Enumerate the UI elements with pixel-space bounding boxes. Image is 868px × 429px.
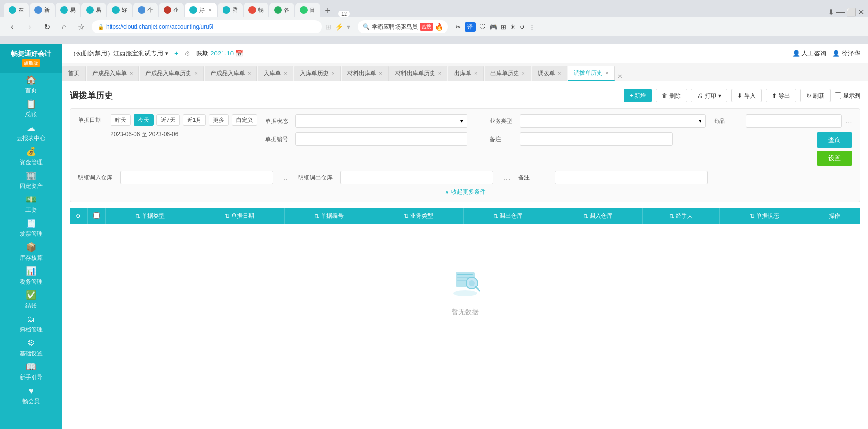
sidebar-item-vip[interactable]: ♥ 畅会员 [0, 384, 62, 407]
page-tab-close-11[interactable]: × [605, 70, 608, 76]
print-dropdown-icon[interactable]: ▾ [718, 92, 721, 99]
refresh-button[interactable]: ↻ [40, 20, 54, 33]
setting-button[interactable]: 设置 [817, 151, 852, 166]
page-tab-close-6[interactable]: × [379, 70, 382, 76]
page-tab-1[interactable]: 产成品入库单 × [87, 66, 139, 81]
sidebar-item-ledger[interactable]: 📋 总账 [0, 97, 62, 121]
business-type-select[interactable]: ▾ [520, 114, 706, 128]
export-button[interactable]: ⬆ 导出 [766, 89, 796, 102]
print-button[interactable]: 🖨 打印 ▾ [691, 89, 727, 102]
lightning-icon[interactable]: ⚡ [335, 23, 343, 31]
theme-icon[interactable]: ☀ [510, 23, 516, 31]
delete-button[interactable]: 🗑 删除 [656, 89, 687, 102]
sidebar-item-payroll[interactable]: 💵 工资 [0, 192, 62, 216]
browser-tab-5[interactable]: 好 [107, 3, 132, 17]
from-warehouse-more[interactable]: … [283, 173, 290, 182]
date-btn-1month[interactable]: 近1月 [183, 114, 206, 126]
new-button[interactable]: + 新增 [624, 89, 652, 102]
dropdown-icon[interactable]: ▾ [347, 23, 350, 31]
page-tab-close-1[interactable]: × [130, 70, 133, 76]
page-tab-7[interactable]: 材料出库单历史 × [389, 66, 447, 81]
page-tab-4[interactable]: 入库单 × [258, 66, 293, 81]
goods-more-icon[interactable]: … [846, 117, 852, 125]
browser-tab-12[interactable]: 目 [295, 3, 320, 17]
security-icon[interactable]: 🛡 [479, 23, 486, 31]
col-doc-status[interactable]: ⇅ 单据状态 [720, 208, 809, 224]
collapse-filter-button[interactable]: ∧ 收起更多条件 [78, 188, 852, 196]
col-handler[interactable]: ⇅ 经手人 [643, 208, 720, 224]
date-btn-7days[interactable]: 近7天 [156, 114, 180, 126]
downloads-icon[interactable]: ⬇ [828, 8, 834, 17]
browser-tab-11[interactable]: 各 [269, 3, 294, 17]
page-tab-9[interactable]: 出库单历史 × [485, 66, 531, 81]
back-button[interactable]: ‹ [6, 20, 19, 33]
page-tab-close-4[interactable]: × [284, 70, 287, 76]
sidebar-item-settings[interactable]: ⚙ 基础设置 [0, 336, 62, 360]
sidebar-item-assets[interactable]: 🏢 固定资产 [0, 168, 62, 192]
sidebar-item-tax[interactable]: 📊 税务管理 [0, 264, 62, 288]
minimize-button[interactable]: — [836, 7, 845, 17]
sidebar-item-reports[interactable]: ☁ 云报表中心 [0, 121, 62, 144]
to-warehouse-input[interactable] [340, 171, 493, 184]
remark2-input[interactable] [555, 171, 708, 184]
to-warehouse-more[interactable]: … [503, 173, 511, 182]
page-tab-10[interactable]: 调拨单 × [532, 66, 567, 81]
page-tab-5[interactable]: 入库单历史 × [294, 66, 341, 81]
extensions-icon[interactable]: ⊞ [325, 23, 331, 31]
customer-service-button[interactable]: 👤 人工咨询 [792, 49, 827, 58]
page-tab-11[interactable]: 调拨单历史 × [568, 66, 614, 81]
translate-icon[interactable]: 译 [465, 22, 476, 32]
page-tab-close-7[interactable]: × [438, 70, 441, 76]
browser-tab-9[interactable]: 腾 [218, 3, 243, 17]
col-doc-no[interactable]: ⇅ 单据编号 [284, 208, 374, 224]
date-btn-custom[interactable]: 自定义 [232, 114, 257, 126]
page-tab-6[interactable]: 材料出库单 × [342, 66, 388, 81]
company-settings-icon[interactable]: ⚙ [184, 50, 190, 57]
company-selector[interactable]: （勿删勿禁用）江西服宝测试专用 ▾ [70, 49, 168, 58]
page-tab-home[interactable]: 首页 [62, 66, 86, 81]
from-warehouse-input[interactable] [120, 171, 273, 184]
browser-tab-1[interactable]: 在 [4, 3, 29, 17]
browser-tab-7[interactable]: 企 [159, 3, 184, 17]
sidebar-item-guide[interactable]: 📖 新手引导 [0, 360, 62, 384]
refresh-button[interactable]: ↻ 刷新 [800, 89, 831, 102]
col-biz-type[interactable]: ⇅ 业务类型 [374, 208, 463, 224]
add-company-button[interactable]: + [174, 49, 178, 58]
home-button[interactable]: ⌂ [57, 20, 71, 33]
page-tab-2[interactable]: 产成品入库单历史 × [140, 66, 203, 81]
sidebar-item-inventory[interactable]: 📦 库存核算 [0, 240, 62, 264]
sidebar-item-home[interactable]: 🏠 首页 [0, 73, 62, 97]
page-tab-close-2[interactable]: × [194, 70, 197, 76]
game-icon[interactable]: 🎮 [490, 23, 497, 31]
browser-tab-10[interactable]: 畅 [244, 3, 268, 17]
address-input[interactable]: 🔒 https://cloud.chanjet.com/accounting/u… [92, 20, 322, 33]
tab-close-8[interactable]: ✕ [208, 7, 212, 13]
browser-tab-2[interactable]: 新 [30, 3, 55, 17]
page-tab-3[interactable]: 产成品入库单 × [205, 66, 257, 81]
table-checkbox-cell[interactable] [87, 208, 105, 224]
new-tab-button[interactable]: + [321, 4, 334, 17]
query-button[interactable]: 查询 [817, 132, 852, 148]
date-btn-more[interactable]: 更多 [209, 114, 229, 126]
browser-tab-6[interactable]: 个 [133, 3, 158, 17]
goods-input[interactable] [746, 114, 842, 128]
table-gear-icon[interactable]: ⚙ [76, 213, 81, 220]
user-avatar[interactable]: 👤 徐泽华 [832, 49, 860, 58]
table-settings-cell[interactable]: ⚙ [70, 208, 87, 224]
col-out-warehouse[interactable]: ⇅ 调出仓库 [463, 208, 553, 224]
browser-tab-8[interactable]: 好 ✕ [185, 3, 217, 17]
maximize-button[interactable]: ⬜ [846, 8, 856, 17]
bookmark-button[interactable]: ☆ [75, 20, 88, 33]
date-btn-yesterday[interactable]: 昨天 [111, 114, 131, 126]
browser-search[interactable]: 🔍 学霸应聘场驱鸟员 热搜 🔥 [358, 20, 448, 33]
calendar-icon[interactable]: 📅 [235, 50, 243, 57]
browser-tab-4[interactable]: 易 [81, 3, 106, 17]
close-button[interactable]: ✕ [858, 8, 864, 17]
col-doc-date[interactable]: ⇅ 单据日期 [195, 208, 284, 224]
more-icon[interactable]: ⋮ [529, 23, 535, 31]
remark-input[interactable] [520, 132, 673, 146]
sidebar-item-closing[interactable]: ✅ 结账 [0, 288, 62, 312]
page-tab-close-3[interactable]: × [248, 70, 251, 76]
col-in-warehouse[interactable]: ⇅ 调入仓库 [553, 208, 643, 224]
voucher-no-input[interactable] [295, 132, 467, 146]
